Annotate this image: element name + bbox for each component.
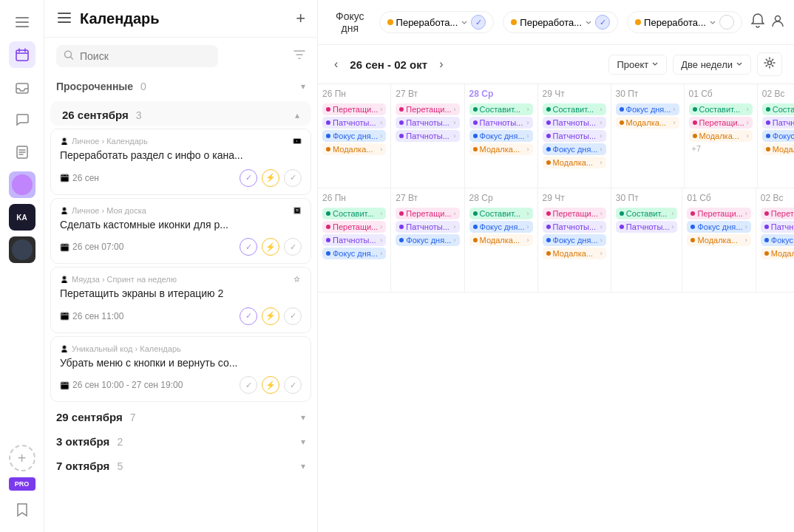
cal-task[interactable]: Фокус дня...› [396,234,459,246]
filter-tag-3[interactable]: Переработа... [627,11,742,33]
calendar-day-01-Сб[interactable]: 01 СбСоставит...›Перетащи...›Модалка...›… [685,84,758,188]
cal-task[interactable]: Фокус дня...› [762,130,794,142]
task-card-3[interactable]: Мяудза › Спринт на неделю Перетащить экр… [50,267,311,333]
cal-task[interactable]: Перетащи...› [543,208,606,219]
search-input[interactable] [56,45,218,67]
filter-tag-2[interactable]: Переработа... ✓ [503,11,618,33]
add-workspace-btn[interactable]: + [9,445,35,471]
notifications-btn[interactable] [751,13,764,32]
cal-task[interactable]: Составит...› [689,103,753,115]
cal-task[interactable]: Перетащи...› [761,208,794,219]
task-check-btn-2[interactable]: ✓ [240,238,257,256]
next-period-btn[interactable]: › [435,56,447,72]
sidebar-chat-btn[interactable] [9,106,35,133]
task-done-btn-3[interactable]: ✓ [284,307,302,325]
cal-task[interactable]: Фокус дня...› [543,234,606,246]
cal-task[interactable]: Модалка...› [687,234,750,246]
task-check-btn-4[interactable]: ✓ [240,376,257,394]
calendar-day-29-Чт[interactable]: 29 ЧтСоставит...›Патчноты...›Патчноты...… [538,84,611,188]
section-oct7-header[interactable]: 7 октября 5 ▾ [44,454,317,478]
cal-task[interactable]: Составит...› [469,103,533,115]
cal-task[interactable]: Модалка...› [761,248,794,259]
calendar-day-01-Сб[interactable]: 01 СбПеретащи...›Фокус дня...›Модалка...… [682,188,756,292]
calendar-day-28-Ср[interactable]: 28 СрСоставит...›Фокус дня...›Модалка...… [465,188,538,292]
cal-task[interactable]: Перетащи...› [396,103,459,115]
cal-task[interactable]: Составит...› [469,208,533,219]
cal-task[interactable]: Перетащи...› [322,221,386,233]
cal-task[interactable]: Фокус дня...› [322,130,386,142]
user-profile-btn[interactable] [770,13,785,32]
task-lightning-btn-2[interactable]: ⚡ [262,238,279,256]
task-card-1[interactable]: Личное › Календарь Переработать раздел с… [50,129,311,195]
cal-task[interactable]: Модалка...› [543,248,606,259]
cal-task[interactable]: Фокус дня...› [469,130,533,142]
task-lightning-btn-1[interactable]: ⚡ [262,169,279,187]
project-select[interactable]: Проект [608,55,667,75]
cal-task[interactable]: Фокус дня...› [543,143,606,155]
task-check-btn-3[interactable]: ✓ [240,307,257,325]
cal-task[interactable]: Модалка...› [762,143,794,155]
cal-task[interactable]: Перетащи...› [687,208,750,219]
cal-task[interactable]: Патчноты...› [322,117,386,129]
cal-task[interactable]: Патчноты...› [396,130,459,142]
calendar-day-27-Вт[interactable]: 27 ВтПеретащи...›Патчноты...›Патчноты...… [391,84,464,188]
more-tasks-btn[interactable]: +7 [689,143,753,154]
sidebar-inbox-btn[interactable] [9,74,35,100]
cal-task[interactable]: Фокус дня...› [687,221,750,233]
cal-task[interactable]: Патчноты...› [543,221,606,233]
task-check-btn-1[interactable]: ✓ [240,169,257,187]
calendar-day-02-Вс[interactable]: 02 ВсПеретащи...›Патчноты...›Фокус дня..… [756,188,794,292]
cal-task[interactable]: Фокус дня...› [322,248,386,259]
cal-task[interactable]: Составит...› [762,103,794,115]
cal-task[interactable]: Модалка...› [543,157,606,168]
calendar-day-27-Вт[interactable]: 27 ВтПеретащи...›Патчноты...›Фокус дня..… [391,188,464,292]
calendar-day-30-Пт[interactable]: 30 ПтФокус дня...›Модалка...› [611,84,685,188]
cal-task[interactable]: Перетащи...› [689,117,753,129]
section-sep29-header[interactable]: 29 сентября 7 ▾ [44,405,317,429]
cal-task[interactable]: Перетащи...› [396,208,459,219]
focus-day-btn[interactable]: Фокус дня [330,7,370,37]
cal-task[interactable]: Патчноты...› [543,130,606,142]
cal-task[interactable]: Перетащи...› [322,103,386,115]
sidebar-docs-btn[interactable] [9,139,35,166]
avatar-2[interactable]: KA [9,204,35,231]
sidebar-calendar-btn[interactable] [9,41,35,68]
avatar-3[interactable] [9,236,35,263]
cal-task[interactable]: Патчноты...› [762,117,794,129]
filter-tag-1[interactable]: Переработа... ✓ [379,11,495,33]
calendar-day-26-Пн[interactable]: 26 ПнСоставит...›Перетащи...›Патчноты...… [318,188,391,292]
task-done-btn-1[interactable]: ✓ [284,169,302,187]
new-item-btn[interactable]: + [296,9,305,28]
calendar-settings-btn[interactable] [757,52,782,76]
cal-task[interactable]: Составит...› [543,103,606,115]
cal-task[interactable]: Составит...› [322,208,386,219]
section-sep26-header[interactable]: 26 сентября 3 ▴ [50,101,311,126]
cal-task[interactable]: Модалка...› [689,130,753,142]
cal-task[interactable]: Патчноты...› [616,221,678,233]
calendar-day-28-Ср[interactable]: 28 СрСоставит...›Патчноты...›Фокус дня..… [465,84,538,188]
cal-task[interactable]: Модалка...› [469,234,533,246]
overdue-section-header[interactable]: Просроченные 0 ▾ [44,75,317,98]
cal-task[interactable]: Модалка...› [469,143,533,155]
calendar-day-30-Пт[interactable]: 30 ПтСоставит...›Патчноты...› [611,188,683,292]
cal-task[interactable]: Составит...› [616,208,678,219]
cal-task[interactable]: Патчноты...› [396,221,459,233]
cal-task[interactable]: Фокус дня...› [616,103,679,115]
calendar-day-29-Чт[interactable]: 29 ЧтПеретащи...›Патчноты...›Фокус дня..… [538,188,611,292]
cal-task[interactable]: Патчноты...› [543,117,606,129]
task-done-btn-2[interactable]: ✓ [284,238,302,256]
cal-task[interactable]: Патчноты...› [396,117,459,129]
avatar-1[interactable] [9,171,35,198]
cal-task[interactable]: Фокус дня...› [761,234,794,246]
cal-task[interactable]: Фокус дня...› [469,221,533,233]
cal-task[interactable]: Патчноты...› [322,234,386,246]
cal-task[interactable]: Модалка...› [322,143,386,155]
task-card-4[interactable]: Уникальный код › Календарь Убрать меню с… [50,336,311,403]
task-done-btn-4[interactable]: ✓ [284,376,302,394]
task-card-2[interactable]: Личное › Моя доска Сделать кастомные ико… [50,198,311,265]
cal-task[interactable]: Патчноты...› [469,117,533,129]
bookmark-btn[interactable] [9,497,35,523]
weeks-select[interactable]: Две недели [673,55,751,75]
cal-task[interactable]: Модалка...› [616,117,679,129]
prev-period-btn[interactable]: ‹ [330,56,342,72]
